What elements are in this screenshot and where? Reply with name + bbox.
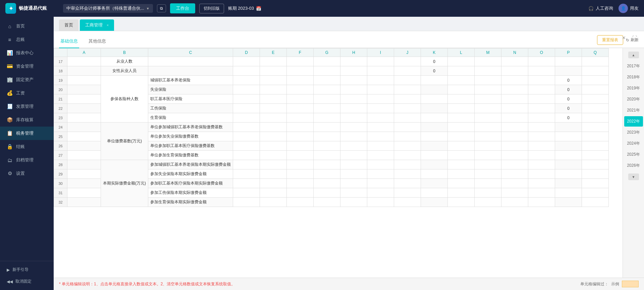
cell-a-26[interactable] — [67, 141, 101, 151]
cell-g-18[interactable] — [314, 66, 340, 76]
cell-j-17[interactable] — [394, 57, 421, 66]
cell-q-17[interactable] — [582, 57, 609, 66]
cell-i-23[interactable] — [367, 113, 394, 123]
cell-l-32[interactable] — [448, 198, 475, 207]
cell-f-21[interactable] — [287, 94, 314, 104]
cell-a-23[interactable] — [67, 113, 101, 123]
company-selector[interactable]: 中审众环会计师事务所（特殊普通合伙... ▼ — [63, 4, 153, 13]
cell-f-28[interactable] — [287, 160, 314, 169]
cell-o-18[interactable] — [528, 66, 555, 76]
cell-m-23[interactable] — [475, 113, 501, 123]
sidebar-item-finance[interactable]: 💳 资金管理 — [0, 60, 54, 73]
cell-f-31[interactable] — [287, 188, 314, 198]
cell-h-31[interactable] — [340, 188, 367, 198]
cell-h-29[interactable] — [340, 169, 367, 179]
cell-d-30[interactable] — [233, 179, 260, 188]
cell-h-24[interactable] — [340, 123, 367, 132]
cell-g-31[interactable] — [314, 188, 340, 198]
cell-p-20[interactable]: 0 — [555, 85, 582, 94]
cell-h-30[interactable] — [340, 179, 367, 188]
year-item-2021[interactable]: 2021年 — [624, 105, 643, 116]
cell-g-20[interactable] — [314, 85, 340, 94]
cell-i-32[interactable] — [367, 198, 394, 207]
cell-e-23[interactable] — [260, 113, 287, 123]
cell-j-25[interactable] — [394, 132, 421, 141]
cell-k-26[interactable] — [421, 141, 448, 151]
cell-b-17[interactable]: 从业人数 — [101, 57, 148, 66]
year-item-2025[interactable]: 2025年 — [624, 149, 643, 160]
cell-j-24[interactable] — [394, 123, 421, 132]
cell-a-21[interactable] — [67, 94, 101, 104]
cell-e-25[interactable] — [260, 132, 287, 141]
cell-o-20[interactable] — [528, 85, 555, 94]
cell-p-23[interactable]: 0 — [555, 113, 582, 123]
cell-l-18[interactable] — [448, 66, 475, 76]
cell-c-26[interactable]: 单位参加职工基本医疗保险缴费基数 — [148, 141, 233, 151]
switch-version-button[interactable]: 切到旧版 — [199, 4, 224, 13]
cell-f-29[interactable] — [287, 169, 314, 179]
cell-d-25[interactable] — [233, 132, 260, 141]
cell-l-29[interactable] — [448, 169, 475, 179]
year-item-2019[interactable]: 2019年 — [624, 83, 643, 93]
cell-o-27[interactable] — [528, 151, 555, 160]
sub-tab-other-info[interactable]: 其他信息 — [87, 35, 107, 48]
cell-m-31[interactable] — [475, 188, 501, 198]
cell-i-24[interactable] — [367, 123, 394, 132]
cell-l-31[interactable] — [448, 188, 475, 198]
col-header-b[interactable]: B — [101, 49, 148, 57]
cell-f-30[interactable] — [287, 179, 314, 188]
cell-n-25[interactable] — [501, 132, 528, 141]
cell-a-32[interactable] — [67, 198, 101, 207]
cell-d-31[interactable] — [233, 188, 260, 198]
cell-e-19[interactable] — [260, 76, 287, 85]
cell-l-24[interactable] — [448, 123, 475, 132]
year-up-button[interactable]: ▲ — [628, 52, 639, 58]
cell-p-28[interactable] — [555, 160, 582, 169]
spreadsheet-main[interactable]: A B C D E F G H I J K L — [54, 48, 623, 278]
cell-p-32[interactable] — [555, 198, 582, 207]
cell-l-23[interactable] — [448, 113, 475, 123]
cell-j-32[interactable] — [394, 198, 421, 207]
cell-b-18[interactable]: 女性从业人员 — [101, 66, 148, 76]
cell-h-28[interactable] — [340, 160, 367, 169]
cell-k-24[interactable] — [421, 123, 448, 132]
cell-p-26[interactable] — [555, 141, 582, 151]
reset-report-button[interactable]: 重置报表 — [597, 35, 623, 45]
cell-k-20[interactable] — [421, 85, 448, 94]
cell-f-22[interactable] — [287, 104, 314, 113]
cell-q-31[interactable] — [582, 188, 609, 198]
cell-m-17[interactable] — [475, 57, 501, 66]
cell-d-22[interactable] — [233, 104, 260, 113]
cell-g-22[interactable] — [314, 104, 340, 113]
cell-k-29[interactable] — [421, 169, 448, 179]
cell-g-32[interactable] — [314, 198, 340, 207]
cell-d-23[interactable] — [233, 113, 260, 123]
year-down-button[interactable]: ▼ — [628, 173, 639, 180]
sidebar-item-archive[interactable]: 🗂 归档管理 — [0, 153, 54, 167]
cell-j-31[interactable] — [394, 188, 421, 198]
cell-f-32[interactable] — [287, 198, 314, 207]
cell-e-31[interactable] — [260, 188, 287, 198]
cell-n-20[interactable] — [501, 85, 528, 94]
cell-f-23[interactable] — [287, 113, 314, 123]
cell-m-19[interactable] — [475, 76, 501, 85]
cell-h-20[interactable] — [340, 85, 367, 94]
cell-g-29[interactable] — [314, 169, 340, 179]
cell-o-19[interactable] — [528, 76, 555, 85]
cell-o-32[interactable] — [528, 198, 555, 207]
col-header-q[interactable]: Q — [582, 49, 609, 57]
cell-l-26[interactable] — [448, 141, 475, 151]
cell-a-29[interactable] — [67, 169, 101, 179]
cell-a-19[interactable] — [67, 76, 101, 85]
cell-c-25[interactable]: 单位参加失业保险缴费基数 — [148, 132, 233, 141]
cell-f-19[interactable] — [287, 76, 314, 85]
col-header-j[interactable]: J — [394, 49, 421, 57]
cell-h-25[interactable] — [340, 132, 367, 141]
user-area[interactable]: 👤 用友 — [619, 4, 639, 13]
cell-j-22[interactable] — [394, 104, 421, 113]
cell-j-26[interactable] — [394, 141, 421, 151]
cell-h-18[interactable] — [340, 66, 367, 76]
cell-e-28[interactable] — [260, 160, 287, 169]
cell-b-19[interactable]: 参保各险种人数 — [101, 76, 148, 123]
year-item-2023[interactable]: 2023年 — [624, 127, 643, 138]
